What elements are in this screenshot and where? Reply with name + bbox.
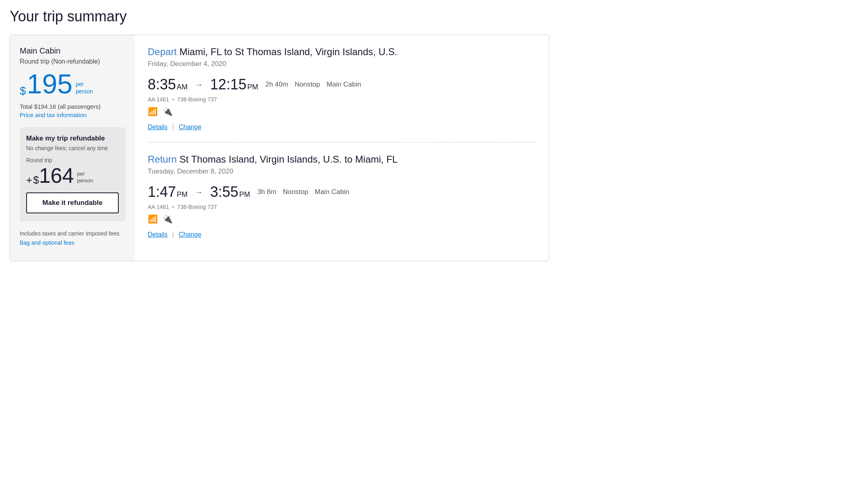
trip-type-label: Round trip (Non-refundable) bbox=[20, 58, 125, 65]
refundable-box: Make my trip refundable No change fees; … bbox=[20, 127, 125, 221]
refundable-title: Make my trip refundable bbox=[26, 134, 119, 143]
arrow-icon: → bbox=[195, 80, 203, 89]
depart-cabin: Main Cabin bbox=[326, 81, 361, 89]
return-label: Return bbox=[148, 154, 177, 165]
refundable-amount: 164 bbox=[39, 165, 74, 186]
depart-times-row: 8:35AM → 12:15PM 2h 40m Nonstop Main Cab… bbox=[148, 76, 536, 93]
return-depart-time: 1:47PM bbox=[148, 184, 188, 200]
depart-time: 8:35AM bbox=[148, 76, 188, 93]
sidebar: Main Cabin Round trip (Non-refundable) $… bbox=[10, 35, 135, 261]
dollar-sign: $ bbox=[20, 85, 26, 97]
return-power-icon: 🔌 bbox=[163, 214, 173, 224]
return-aircraft: 738-Boeing 737 bbox=[177, 204, 217, 210]
return-flight-header: Return St Thomas Island, Virgin Islands,… bbox=[148, 154, 536, 165]
cabin-label: Main Cabin bbox=[20, 46, 125, 56]
depart-flight-meta: 2h 40m Nonstop Main Cabin bbox=[265, 81, 361, 89]
depart-details-link[interactable]: Details bbox=[148, 124, 167, 131]
return-flight-meta: 3h 8m Nonstop Main Cabin bbox=[257, 188, 349, 196]
return-flight-number: AA 1461 bbox=[148, 204, 169, 210]
per-person-label: perperson bbox=[76, 81, 93, 97]
price-row: $ 195 perperson bbox=[20, 70, 125, 97]
depart-change-link[interactable]: Change bbox=[179, 124, 201, 131]
depart-flight-number: AA 1461 bbox=[148, 96, 169, 103]
return-cabin: Main Cabin bbox=[315, 188, 349, 196]
depart-duration: 2h 40m bbox=[265, 81, 288, 89]
return-wifi-icon: 📶 bbox=[148, 214, 158, 224]
depart-flight-header: Depart Miami, FL to St Thomas Island, Vi… bbox=[148, 46, 536, 58]
total-label: Total $194.16 (all passengers) bbox=[20, 103, 125, 110]
link-separator-2: | bbox=[172, 231, 174, 238]
refundable-price-row: + $ 164 perperson bbox=[26, 165, 119, 186]
dot-separator-2 bbox=[172, 206, 174, 208]
depart-flight-info: AA 1461 738-Boeing 737 bbox=[148, 96, 536, 103]
return-flight-info: AA 1461 738-Boeing 737 bbox=[148, 204, 536, 210]
arrive-time: 12:15PM bbox=[210, 76, 258, 93]
link-separator: | bbox=[172, 124, 174, 131]
return-date: Tuesday, December 8, 2020 bbox=[148, 167, 536, 176]
return-flight-links: Details | Change bbox=[148, 231, 536, 238]
depart-flight-links: Details | Change bbox=[148, 124, 536, 131]
trip-card: Main Cabin Round trip (Non-refundable) $… bbox=[10, 35, 549, 261]
return-times-row: 1:47PM → 3:55PM 3h 8m Nonstop Main Cabin bbox=[148, 184, 536, 200]
price-amount: 195 bbox=[27, 70, 72, 97]
depart-aircraft: 738-Boeing 737 bbox=[177, 96, 217, 103]
return-amenities: 📶 🔌 bbox=[148, 214, 536, 224]
depart-amenities: 📶 🔌 bbox=[148, 107, 536, 116]
price-tax-link[interactable]: Price and tax information bbox=[20, 112, 87, 118]
main-content: Depart Miami, FL to St Thomas Island, Vi… bbox=[135, 35, 549, 261]
wifi-icon: 📶 bbox=[148, 107, 158, 116]
return-route: St Thomas Island, Virgin Islands, U.S. t… bbox=[180, 154, 398, 165]
return-arrow-icon: → bbox=[195, 188, 203, 197]
return-stops: Nonstop bbox=[283, 188, 308, 196]
depart-route: Miami, FL to St Thomas Island, Virgin Is… bbox=[180, 46, 397, 57]
return-duration: 3h 8m bbox=[257, 188, 276, 196]
return-flight-section: Return St Thomas Island, Virgin Islands,… bbox=[148, 142, 536, 238]
depart-label: Depart bbox=[148, 46, 177, 57]
return-arrive-time: 3:55PM bbox=[210, 184, 250, 200]
refundable-trip-type: Round trip bbox=[26, 157, 119, 163]
return-change-link[interactable]: Change bbox=[179, 231, 201, 238]
refundable-plus: + bbox=[26, 174, 32, 186]
depart-date: Friday, December 4, 2020 bbox=[148, 60, 536, 68]
power-icon: 🔌 bbox=[163, 107, 173, 116]
depart-flight-section: Depart Miami, FL to St Thomas Island, Vi… bbox=[148, 46, 536, 131]
refundable-subtitle: No change fees; cancel any time bbox=[26, 145, 119, 151]
refundable-dollar: $ bbox=[33, 174, 39, 186]
dot-separator bbox=[172, 99, 174, 100]
make-refundable-button[interactable]: Make it refundable bbox=[26, 192, 119, 213]
return-details-link[interactable]: Details bbox=[148, 231, 167, 238]
depart-stops: Nonstop bbox=[295, 81, 320, 89]
bag-fees-link[interactable]: Bag and optional fees bbox=[20, 240, 74, 246]
refundable-per-person: perperson bbox=[77, 171, 93, 186]
fees-text: Includes taxes and carrier imposed fees. bbox=[20, 230, 125, 237]
page-title: Your trip summary bbox=[10, 8, 837, 25]
